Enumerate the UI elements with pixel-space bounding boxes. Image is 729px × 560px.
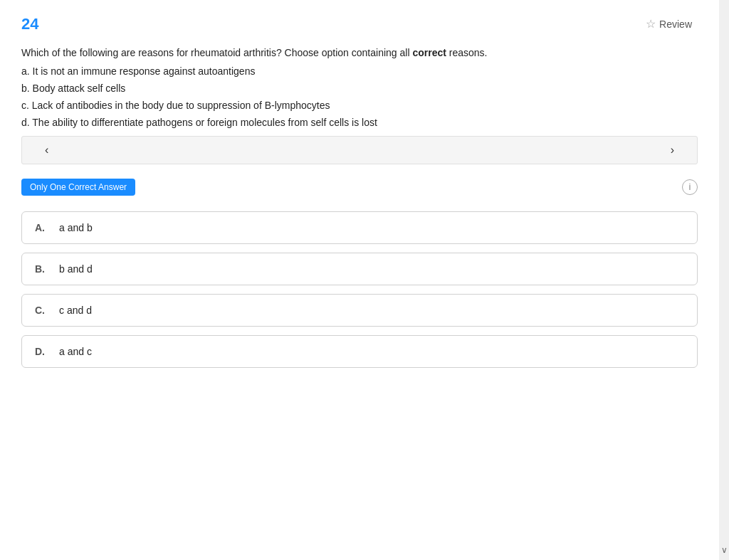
option-label-c: C.: [35, 305, 48, 316]
main-content: 24 ☆ Review Which of the following are r…: [0, 0, 719, 560]
badge-row: Only One Correct Answer i: [21, 179, 698, 196]
question-options-list: a. It is not an immune response against …: [21, 63, 698, 131]
info-icon-symbol: i: [689, 181, 691, 192]
question-text-prefix: Which of the following are reasons for r…: [21, 47, 412, 58]
question-option-b: b. Body attack self cells: [21, 80, 698, 97]
option-text-b: b and d: [59, 263, 93, 275]
question-block: Which of the following are reasons for r…: [21, 45, 698, 132]
scrollbar: ∨: [719, 0, 729, 560]
info-icon[interactable]: i: [682, 179, 698, 195]
question-option-a: a. It is not an immune response against …: [21, 63, 698, 80]
answer-option-a[interactable]: A. a and b: [21, 211, 698, 244]
scroll-right-arrow[interactable]: ›: [668, 142, 677, 158]
option-label-a: A.: [35, 222, 48, 233]
answer-option-c[interactable]: C. c and d: [21, 294, 698, 327]
scroll-container: ‹ ›: [21, 136, 698, 164]
question-option-c: c. Lack of antibodies in the body due to…: [21, 97, 698, 115]
review-label: Review: [659, 19, 692, 30]
option-text-d: a and c: [59, 346, 92, 357]
question-text: Which of the following are reasons for r…: [21, 45, 698, 60]
answer-option-b[interactable]: B. b and d: [21, 253, 698, 285]
option-text-c: c and d: [59, 305, 92, 316]
answer-options: A. a and b B. b and d C. c and d D. a an…: [21, 211, 698, 368]
review-button[interactable]: ☆ Review: [640, 14, 698, 33]
question-text-suffix: reasons.: [446, 47, 488, 58]
page-container: 24 ☆ Review Which of the following are r…: [0, 0, 729, 560]
option-text-a: a and b: [59, 222, 93, 233]
question-bold-text: correct: [412, 47, 446, 58]
scroll-left-arrow[interactable]: ‹: [42, 142, 51, 158]
question-number: 24: [21, 15, 38, 33]
star-icon: ☆: [646, 17, 656, 31]
scroll-down-arrow[interactable]: ∨: [719, 543, 729, 557]
option-label-b: B.: [35, 263, 48, 275]
question-option-d: d. The ability to differentiate pathogen…: [21, 115, 698, 132]
answer-option-d[interactable]: D. a and c: [21, 335, 698, 368]
only-one-badge: Only One Correct Answer: [21, 179, 135, 196]
header-row: 24 ☆ Review: [21, 14, 698, 33]
option-label-d: D.: [35, 346, 48, 357]
